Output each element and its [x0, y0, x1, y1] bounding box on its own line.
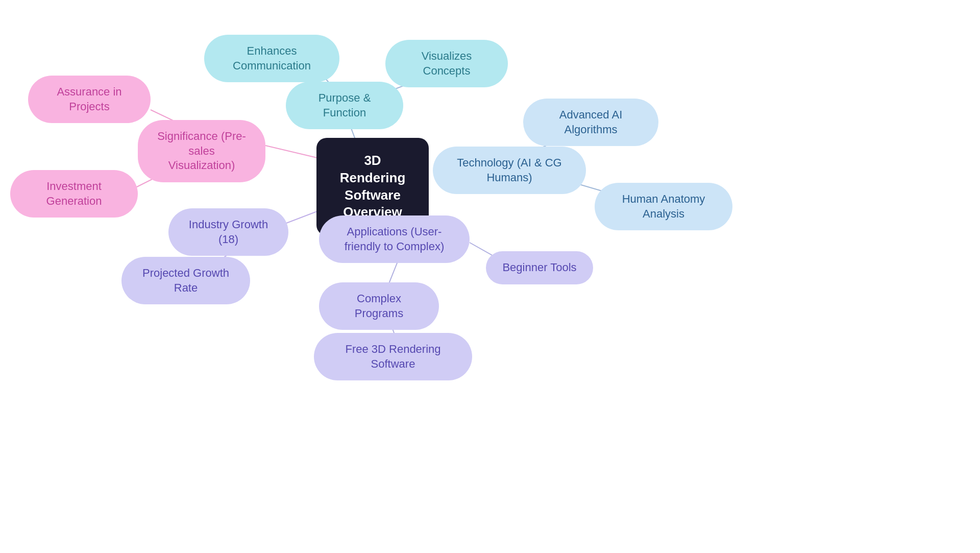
- assurance-projects-node: Assurance in Projects: [28, 76, 151, 123]
- industry-growth-node: Industry Growth (18): [168, 208, 288, 256]
- purpose-function-node: Purpose & Function: [286, 82, 403, 129]
- technology-node: Technology (AI & CG Humans): [433, 147, 586, 194]
- advanced-ai-node: Advanced AI Algorithms: [523, 99, 658, 146]
- investment-generation-node: Investment Generation: [10, 170, 138, 218]
- applications-node: Applications (User-friendly to Complex): [319, 215, 470, 263]
- free-3d-node: Free 3D Rendering Software: [314, 333, 472, 380]
- beginner-tools-node: Beginner Tools: [486, 251, 593, 284]
- visualizes-concepts-node: Visualizes Concepts: [385, 40, 508, 87]
- enhances-communication-node: Enhances Communication: [204, 35, 339, 82]
- significance-node: Significance (Pre-sales Visualization): [138, 120, 265, 182]
- projected-growth-rate-node: Projected Growth Rate: [121, 257, 250, 304]
- human-anatomy-node: Human Anatomy Analysis: [595, 183, 732, 230]
- complex-programs-node: Complex Programs: [319, 282, 439, 330]
